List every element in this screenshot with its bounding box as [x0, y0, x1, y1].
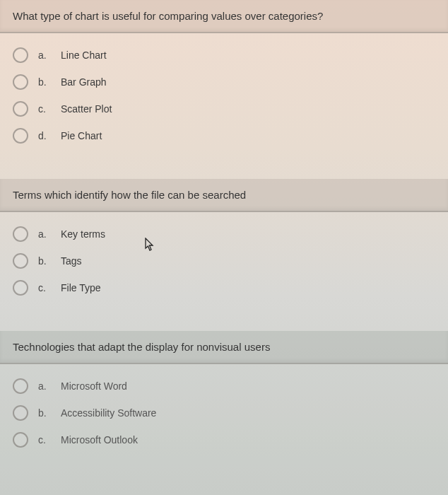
radio-icon[interactable]	[13, 101, 28, 117]
options-list: a. Microsoft Word b. Accessibility Softw…	[0, 364, 448, 469]
question-prompt: What type of chart is useful for compari…	[0, 0, 448, 33]
option-text: Microsoft Word	[61, 380, 127, 392]
option-text: Microsoft Outlook	[61, 434, 138, 446]
option-letter: c.	[38, 282, 51, 293]
option-letter: a.	[38, 228, 51, 240]
question-prompt: Terms which identify how the file can be…	[0, 179, 448, 212]
question-block-1: What type of chart is useful for compari…	[0, 0, 448, 165]
option-row[interactable]: c. File Type	[13, 274, 435, 301]
options-list: a. Key terms b. Tags c. File Type	[0, 212, 448, 317]
option-text: Scatter Plot	[61, 103, 112, 115]
radio-icon[interactable]	[13, 128, 28, 144]
option-text: Line Chart	[61, 50, 107, 61]
option-letter: d.	[38, 130, 51, 141]
option-text: Accessibility Software	[61, 407, 156, 419]
option-row[interactable]: b. Tags	[13, 248, 435, 274]
question-block-2: Terms which identify how the file can be…	[0, 179, 448, 317]
option-row[interactable]: b. Bar Graph	[13, 69, 435, 95]
option-row[interactable]: a. Microsoft Word	[13, 373, 435, 400]
radio-icon[interactable]	[13, 253, 28, 269]
option-text: File Type	[61, 282, 101, 293]
option-letter: c.	[38, 103, 51, 115]
option-text: Bar Graph	[61, 76, 107, 88]
option-row[interactable]: a. Key terms	[13, 221, 435, 248]
question-block-3: Technologies that adapt the display for …	[0, 331, 448, 469]
option-row[interactable]: c. Microsoft Outlook	[13, 426, 435, 453]
option-letter: b.	[38, 76, 51, 88]
radio-icon[interactable]	[13, 405, 28, 421]
option-letter: b.	[38, 407, 51, 419]
radio-icon[interactable]	[13, 74, 28, 90]
option-letter: c.	[38, 434, 51, 446]
radio-icon[interactable]	[13, 378, 28, 394]
option-row[interactable]: a. Line Chart	[13, 42, 435, 69]
option-text: Key terms	[61, 228, 105, 240]
radio-icon[interactable]	[13, 432, 28, 448]
question-prompt: Technologies that adapt the display for …	[0, 331, 448, 364]
option-text: Pie Chart	[61, 130, 102, 141]
option-letter: b.	[38, 255, 51, 267]
option-row[interactable]: d. Pie Chart	[13, 122, 435, 149]
option-letter: a.	[38, 50, 51, 61]
radio-icon[interactable]	[13, 280, 28, 296]
radio-icon[interactable]	[13, 226, 28, 242]
option-row[interactable]: b. Accessibility Software	[13, 400, 435, 426]
options-list: a. Line Chart b. Bar Graph c. Scatter Pl…	[0, 33, 448, 165]
option-text: Tags	[61, 255, 82, 267]
radio-icon[interactable]	[13, 47, 28, 63]
option-letter: a.	[38, 380, 51, 392]
option-row[interactable]: c. Scatter Plot	[13, 95, 435, 122]
